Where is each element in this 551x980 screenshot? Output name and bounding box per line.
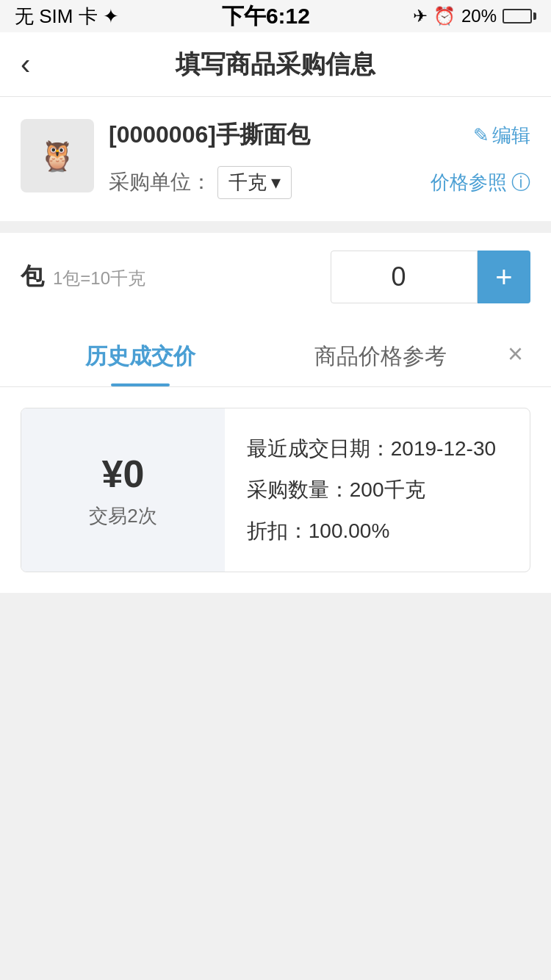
unit-value: 千克 — [228, 170, 267, 195]
dropdown-icon: ▾ — [271, 171, 281, 194]
price-ref-label: 价格参照 — [431, 170, 507, 195]
product-header: 🦉 [0000006]手撕面包 ✎ 编辑 采购单位： 千克 ▾ — [21, 119, 530, 199]
tab-content: ¥0 交易2次 最近成交日期：2019-12-30 采购数量：200千克 折扣：… — [0, 387, 551, 593]
info-icon: ⓘ — [511, 170, 530, 195]
product-unit-row: 采购单位： 千克 ▾ 价格参照 ⓘ — [109, 166, 530, 199]
price-card: ¥0 交易2次 最近成交日期：2019-12-30 采购数量：200千克 折扣：… — [21, 408, 530, 572]
section-divider — [0, 221, 551, 233]
alarm-icon: ⏰ — [433, 6, 455, 26]
product-info: [0000006]手撕面包 ✎ 编辑 采购单位： 千克 ▾ 价格参照 ⓘ — [109, 119, 530, 199]
price-detail-date: 最近成交日期：2019-12-30 — [247, 435, 508, 463]
quantity-label-group: 包 1包=10千克 — [21, 261, 145, 293]
price-detail-discount: 折扣：100.00% — [247, 517, 508, 545]
purchase-qty-value: 200千克 — [350, 478, 425, 501]
price-value: 0 — [123, 453, 144, 495]
price-detail-qty: 采购数量：200千克 — [247, 476, 508, 504]
quantity-input-group: 0 + — [331, 251, 530, 303]
back-button[interactable]: ‹ — [21, 48, 30, 81]
product-image: 🦉 — [21, 119, 94, 192]
unit-section: 采购单位： 千克 ▾ — [109, 166, 292, 199]
status-right: ✈ ⏰ 20% — [413, 6, 536, 26]
recent-date-label: 最近成交日期： — [247, 437, 391, 460]
page-title: 填写商品采购信息 — [176, 48, 375, 82]
price-transactions: 交易2次 — [89, 503, 156, 529]
tab-product-price-ref[interactable]: 商品价格参考 — [260, 321, 500, 386]
price-right: 最近成交日期：2019-12-30 采购数量：200千克 折扣：100.00% — [225, 408, 530, 572]
tab-header: 历史成交价 商品价格参考 × — [0, 321, 551, 387]
status-bar: 无 SIM 卡 ✦ 下午6:12 ✈ ⏰ 20% — [0, 0, 551, 32]
edit-icon: ✎ — [473, 124, 489, 147]
unit-label: 采购单位： — [109, 170, 212, 193]
status-time: 下午6:12 — [222, 1, 310, 32]
price-left: ¥0 交易2次 — [21, 408, 225, 572]
recent-date-value: 2019-12-30 — [391, 437, 496, 460]
sim-status: 无 SIM 卡 ✦ — [15, 4, 119, 29]
product-full-name: [0000006]手撕面包 — [109, 119, 310, 151]
quantity-row: 包 1包=10千克 0 + — [0, 233, 551, 321]
edit-label: 编辑 — [492, 123, 530, 148]
tab-panel: 历史成交价 商品价格参考 × ¥0 交易2次 最近成交日期：2019-12-30… — [0, 321, 551, 593]
tab-history-price[interactable]: 历史成交价 — [21, 321, 260, 386]
battery-icon — [503, 9, 536, 24]
tab-close-button[interactable]: × — [500, 331, 530, 377]
quantity-input[interactable]: 0 — [331, 251, 478, 303]
location-icon: ✈ — [413, 6, 428, 26]
product-card: 🦉 [0000006]手撕面包 ✎ 编辑 采购单位： 千克 ▾ — [0, 97, 551, 221]
main-background — [0, 593, 551, 980]
product-name-row: [0000006]手撕面包 ✎ 编辑 — [109, 119, 530, 151]
currency-symbol: ¥ — [101, 453, 123, 495]
status-left: 无 SIM 卡 ✦ — [15, 4, 119, 29]
quantity-conversion: 1包=10千克 — [53, 267, 145, 290]
battery-percent: 20% — [461, 6, 497, 26]
discount-label: 折扣： — [247, 519, 309, 542]
price-amount: ¥0 — [101, 452, 144, 496]
discount-value: 100.00% — [309, 519, 390, 542]
unit-select[interactable]: 千克 ▾ — [217, 166, 292, 199]
nav-bar: ‹ 填写商品采购信息 — [0, 32, 551, 97]
purchase-qty-label: 采购数量： — [247, 478, 350, 501]
edit-button[interactable]: ✎ 编辑 — [473, 123, 530, 148]
price-reference-button[interactable]: 价格参照 ⓘ — [431, 170, 530, 195]
quantity-unit: 包 — [21, 261, 44, 293]
quantity-plus-button[interactable]: + — [478, 251, 530, 303]
product-logo-icon: 🦉 — [39, 139, 76, 173]
